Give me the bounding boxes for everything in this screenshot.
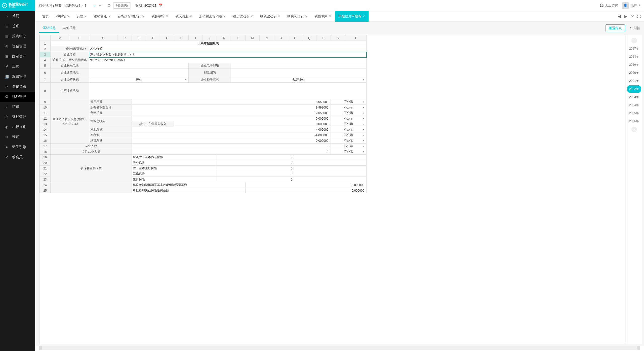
row-header[interactable]: 23: [40, 177, 51, 182]
close-icon[interactable]: ✕: [67, 15, 69, 18]
cell-value[interactable]: 0.000000: [245, 182, 366, 188]
row-header[interactable]: 9: [40, 99, 51, 105]
row-header[interactable]: 2: [40, 46, 51, 52]
year-option[interactable]: 2018年: [627, 53, 641, 60]
close-icon[interactable]: ✕: [223, 15, 226, 18]
close-icon[interactable]: ✕: [251, 15, 253, 18]
row-header[interactable]: 13: [40, 121, 51, 127]
year-option[interactable]: 2026年: [627, 118, 641, 125]
row-header[interactable]: 6: [40, 68, 51, 77]
sidebar-item-home[interactable]: ⌂首页: [0, 11, 35, 21]
row-header[interactable]: 14: [40, 127, 51, 132]
row-header[interactable]: 1: [40, 41, 51, 46]
postcode-cell[interactable]: [231, 68, 367, 77]
sidebar-item-asset[interactable]: ▣固定资产: [0, 51, 35, 61]
row-header[interactable]: 16: [40, 138, 51, 144]
row-header[interactable]: 8: [40, 83, 51, 99]
consult-button[interactable]: 🎧 人工咨询: [600, 3, 618, 8]
row-header[interactable]: 15: [40, 132, 51, 138]
cell-value[interactable]: 91320811MA7NGR2W6R: [89, 57, 366, 63]
year-down-button[interactable]: ⌄: [631, 127, 637, 132]
row-header[interactable]: 5: [40, 63, 51, 68]
phone-cell[interactable]: [89, 63, 188, 68]
row-header[interactable]: 20: [40, 160, 51, 166]
cell-value[interactable]: 9.992000: [132, 105, 331, 110]
cell-value[interactable]: 0.000000: [132, 116, 331, 121]
close-icon[interactable]: ✕: [305, 15, 307, 18]
row-header[interactable]: 12: [40, 116, 51, 121]
address-cell[interactable]: [89, 68, 188, 77]
close-icon[interactable]: ✕: [166, 15, 168, 18]
holding-dropdown[interactable]: 私营企业: [231, 77, 367, 83]
sidebar-item-salary[interactable]: ¥工资: [0, 61, 35, 72]
cell-value[interactable]: 18.050000: [132, 99, 331, 105]
year-option[interactable]: 2020年: [627, 69, 641, 77]
publish-dropdown[interactable]: 不公示: [331, 127, 367, 132]
close-icon[interactable]: ✕: [108, 15, 111, 18]
column-header[interactable]: J: [203, 35, 217, 41]
email-cell[interactable]: [231, 63, 367, 68]
column-header[interactable]: P: [288, 35, 302, 41]
year-option[interactable]: 2025年: [627, 110, 641, 117]
cell-value[interactable]: 2022年度: [89, 46, 366, 52]
tab[interactable]: 所得税汇算清缴✕: [196, 11, 229, 22]
cell-value[interactable]: 0.000000: [245, 188, 366, 193]
mainbiz-cell[interactable]: [89, 83, 366, 99]
sidebar-item-psi[interactable]: ⇄进销台账: [0, 82, 35, 92]
column-header[interactable]: I: [188, 35, 203, 41]
refresh-button[interactable]: ↻ 刷新: [630, 26, 640, 30]
switch-old-version-button[interactable]: 切到旧版: [113, 2, 131, 9]
spreadsheet[interactable]: ABCDEFGHIJKLMNOPQRST 1 工商年报信息表 2 税款所属期间：…: [39, 35, 625, 344]
publish-dropdown[interactable]: 不公示: [331, 105, 367, 110]
horizontal-scrollbar[interactable]: [39, 346, 640, 350]
cell-value[interactable]: 0: [217, 160, 366, 166]
tab[interactable]: 税检专家✕: [311, 11, 335, 22]
account-selector[interactable]: 刘小艳演示账套（勿删勿动！）1 ⌄: [39, 3, 96, 8]
column-header[interactable]: T: [345, 35, 366, 41]
column-header[interactable]: F: [146, 35, 160, 41]
row-header[interactable]: 25: [40, 188, 51, 193]
column-header[interactable]: E: [132, 35, 146, 41]
subtab-basic-info[interactable]: 基础信息: [39, 24, 59, 33]
publish-dropdown[interactable]: 不公示: [331, 144, 367, 149]
row-header[interactable]: 18: [40, 149, 51, 155]
sidebar-item-invoice[interactable]: 🧾发票管理: [0, 72, 35, 82]
row-header[interactable]: 10: [40, 105, 51, 110]
sidebar-item-settings[interactable]: ⚙设置: [0, 132, 35, 142]
cell-value[interactable]: -4.000000: [132, 132, 331, 138]
tabs-next-button[interactable]: ▶: [623, 13, 629, 19]
close-icon[interactable]: ✕: [278, 15, 280, 18]
column-header[interactable]: K: [217, 35, 231, 41]
close-icon[interactable]: ✕: [84, 15, 87, 18]
sidebar-item-guide[interactable]: ➤新手引导: [0, 142, 35, 152]
close-icon[interactable]: ✕: [190, 15, 192, 18]
reset-report-button[interactable]: 重置报表: [606, 24, 625, 32]
publish-dropdown[interactable]: 不公示: [331, 132, 367, 138]
cell-value[interactable]: 0: [217, 171, 366, 177]
tab[interactable]: 纳税统计表✕: [284, 11, 311, 22]
year-option[interactable]: 2021年: [627, 77, 641, 85]
tab[interactable]: 年报信息申报表✕: [335, 11, 369, 22]
calendar-icon[interactable]: 📅: [158, 4, 163, 7]
sidebar-item-vip[interactable]: V畅会员: [0, 152, 35, 162]
cell-value[interactable]: 0: [132, 144, 331, 149]
sidebar-item-fund[interactable]: ◎资金管理: [0, 41, 35, 51]
sidebar-item-expense[interactable]: ◐小畅报销: [0, 122, 35, 132]
close-icon[interactable]: ✕: [142, 15, 144, 18]
tab[interactable]: 进销台账✕: [90, 11, 114, 22]
period-value[interactable]: 2023-11: [144, 4, 156, 7]
sidebar-item-archive[interactable]: 🗄归档管理: [0, 112, 35, 122]
sidebar-item-close[interactable]: ✓结账: [0, 102, 35, 112]
cell-value[interactable]: -4.000000: [132, 127, 331, 132]
fullscreen-icon[interactable]: ⛶: [636, 13, 642, 19]
cell-value[interactable]: 0: [217, 177, 366, 182]
column-header[interactable]: N: [260, 35, 274, 41]
gear-icon[interactable]: ⚙: [107, 3, 111, 8]
publish-dropdown[interactable]: 不公示: [331, 116, 367, 121]
year-option[interactable]: 2017年: [627, 45, 641, 52]
publish-dropdown[interactable]: 不公示: [331, 149, 367, 155]
sidebar-item-report[interactable]: ▤报表中心: [0, 31, 35, 41]
close-icon[interactable]: ✕: [363, 15, 365, 18]
publish-dropdown[interactable]: 不公示: [331, 138, 367, 144]
cell-value[interactable]: 0: [132, 149, 331, 155]
